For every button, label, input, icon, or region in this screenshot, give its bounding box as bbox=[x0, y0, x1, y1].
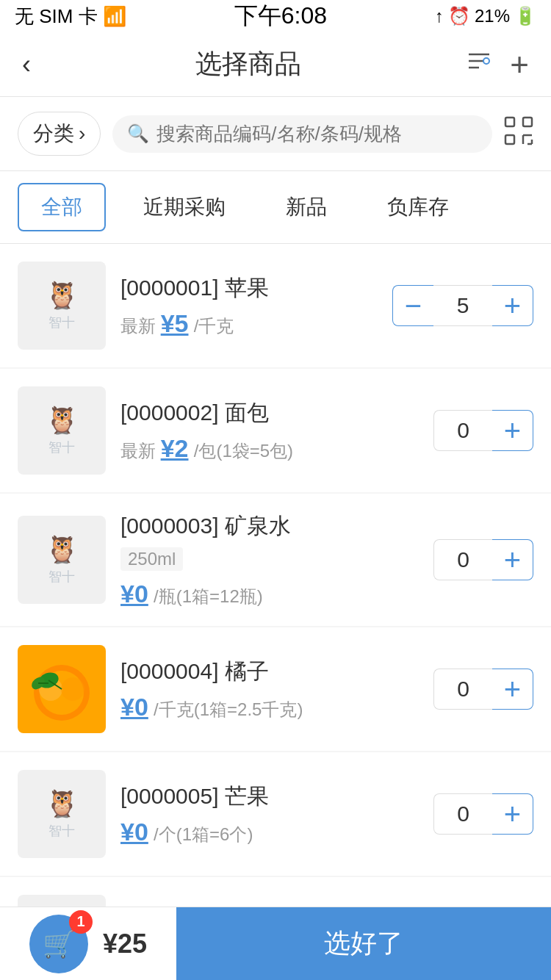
list-item: 🦉 智十 [0000001] 苹果 最新 ¥5 /千克 − + bbox=[0, 244, 551, 367]
product-name: [0000004] 橘子 bbox=[120, 657, 419, 687]
add-button[interactable]: + bbox=[510, 46, 529, 83]
bottom-bar: 🛒 1 ¥25 选好了 bbox=[0, 907, 551, 980]
cart-button[interactable]: 🛒 1 bbox=[29, 915, 88, 973]
category-button[interactable]: 分类 › bbox=[18, 112, 101, 156]
product-qty: + bbox=[433, 410, 533, 451]
owl-icon: 🦉 bbox=[46, 280, 79, 311]
filter-bar: 分类 › 🔍 bbox=[0, 97, 551, 171]
product-image: 🦉 智十 bbox=[18, 262, 106, 350]
product-name: [0000001] 苹果 bbox=[120, 273, 378, 303]
product-price: 最新 ¥5 /千克 bbox=[120, 309, 378, 338]
confirm-button[interactable]: 选好了 bbox=[176, 907, 551, 980]
status-battery: ↑ ⏰ 21% 🔋 bbox=[435, 6, 536, 26]
product-info: [0000001] 苹果 最新 ¥5 /千克 bbox=[120, 273, 378, 338]
tab-bar: 全部 近期采购 新品 负库存 bbox=[0, 171, 551, 244]
brand-text: 智十 bbox=[48, 314, 75, 331]
tab-new[interactable]: 新品 bbox=[263, 183, 350, 231]
product-image bbox=[18, 645, 106, 733]
qty-plus-button[interactable]: + bbox=[492, 285, 533, 326]
nav-actions: + bbox=[466, 46, 529, 83]
qty-plus-button[interactable]: + bbox=[492, 410, 533, 451]
status-time: 下午6:08 bbox=[234, 0, 327, 32]
product-image: 🦉 智十 bbox=[18, 770, 106, 858]
list-item: 🦉 智十 [0000003] 矿泉水 250ml ¥0 /瓶(1箱=12瓶) + bbox=[0, 494, 551, 626]
product-info: [0000004] 橘子 ¥0 /千克(1箱=2.5千克) bbox=[120, 657, 419, 721]
product-image: 🦉 智十 bbox=[18, 386, 106, 475]
back-button[interactable]: ‹ bbox=[22, 49, 31, 80]
qty-plus-button[interactable]: + bbox=[492, 539, 533, 580]
product-price: ¥0 /瓶(1箱=12瓶) bbox=[120, 580, 419, 608]
brand-text: 智十 bbox=[48, 822, 75, 840]
owl-icon: 🦉 bbox=[46, 405, 79, 436]
tab-recent[interactable]: 近期采购 bbox=[120, 183, 248, 231]
status-bar: 无 SIM 卡 📶 下午6:08 ↑ ⏰ 21% 🔋 bbox=[0, 0, 551, 32]
page-title: 选择商品 bbox=[195, 46, 301, 82]
battery-icon: 🔋 bbox=[514, 6, 536, 26]
list-item: [0000004] 橘子 ¥0 /千克(1箱=2.5千克) + bbox=[0, 627, 551, 751]
product-price: 最新 ¥2 /包(1袋=5包) bbox=[120, 434, 419, 463]
product-info: [0000005] 芒果 ¥0 /个(1箱=6个) bbox=[120, 782, 419, 846]
svg-rect-4 bbox=[505, 118, 514, 126]
svg-point-3 bbox=[483, 58, 489, 64]
product-qty: + bbox=[433, 669, 533, 710]
qty-input[interactable] bbox=[433, 539, 492, 580]
product-name: [0000002] 面包 bbox=[120, 398, 419, 428]
product-price: ¥0 /千克(1箱=2.5千克) bbox=[120, 693, 419, 721]
list-item: 🦉 智十 [0000005] 芒果 ¥0 /个(1箱=6个) + bbox=[0, 752, 551, 876]
product-qty: + bbox=[433, 539, 533, 580]
tab-all[interactable]: 全部 bbox=[18, 183, 106, 231]
search-box: 🔍 bbox=[112, 115, 492, 153]
product-qty: − + bbox=[392, 285, 533, 326]
status-signal: 无 SIM 卡 📶 bbox=[15, 4, 126, 29]
nav-bar: ‹ 选择商品 + bbox=[0, 32, 551, 97]
qty-input[interactable] bbox=[433, 793, 492, 835]
scan-button[interactable] bbox=[504, 116, 533, 152]
qty-plus-button[interactable]: + bbox=[492, 793, 533, 835]
brand-text: 智十 bbox=[48, 439, 75, 456]
cart-icon: 🛒 bbox=[43, 929, 76, 959]
product-price: ¥0 /个(1箱=6个) bbox=[120, 818, 419, 846]
search-icon: 🔍 bbox=[127, 123, 149, 144]
category-chevron: › bbox=[79, 122, 85, 145]
search-input[interactable] bbox=[156, 123, 478, 145]
cart-total: ¥25 bbox=[103, 929, 147, 959]
owl-icon: 🦉 bbox=[46, 788, 79, 819]
svg-point-14 bbox=[61, 677, 84, 701]
svg-rect-6 bbox=[505, 135, 514, 144]
tab-negative[interactable]: 负库存 bbox=[364, 183, 472, 231]
filter-button[interactable] bbox=[466, 48, 492, 81]
cart-section: 🛒 1 ¥25 bbox=[0, 915, 176, 973]
cart-badge: 1 bbox=[69, 910, 93, 934]
qty-input[interactable] bbox=[433, 669, 492, 710]
product-info: [0000002] 面包 最新 ¥2 /包(1袋=5包) bbox=[120, 398, 419, 463]
qty-input[interactable] bbox=[433, 410, 492, 451]
product-spec: 250ml bbox=[120, 547, 183, 571]
category-label: 分类 bbox=[33, 120, 74, 148]
product-list: 🦉 智十 [0000001] 苹果 最新 ¥5 /千克 − + 🦉 智十 bbox=[0, 244, 551, 980]
battery-text: 21% bbox=[475, 6, 510, 26]
qty-input[interactable] bbox=[433, 285, 492, 326]
product-qty: + bbox=[433, 793, 533, 835]
list-item: 🦉 智十 [0000002] 面包 最新 ¥2 /包(1袋=5包) + bbox=[0, 369, 551, 492]
product-image: 🦉 智十 bbox=[18, 516, 106, 604]
product-name: [0000003] 矿泉水 bbox=[120, 511, 419, 541]
product-name: [0000005] 芒果 bbox=[120, 782, 419, 812]
product-info: [0000003] 矿泉水 250ml ¥0 /瓶(1箱=12瓶) bbox=[120, 511, 419, 608]
owl-icon: 🦉 bbox=[46, 534, 79, 565]
qty-minus-button[interactable]: − bbox=[392, 285, 433, 326]
qty-plus-button[interactable]: + bbox=[492, 669, 533, 710]
svg-rect-5 bbox=[523, 118, 532, 126]
brand-text: 智十 bbox=[48, 568, 75, 586]
alarm-icon: ⏰ bbox=[448, 6, 470, 26]
location-icon: ↑ bbox=[435, 6, 444, 26]
